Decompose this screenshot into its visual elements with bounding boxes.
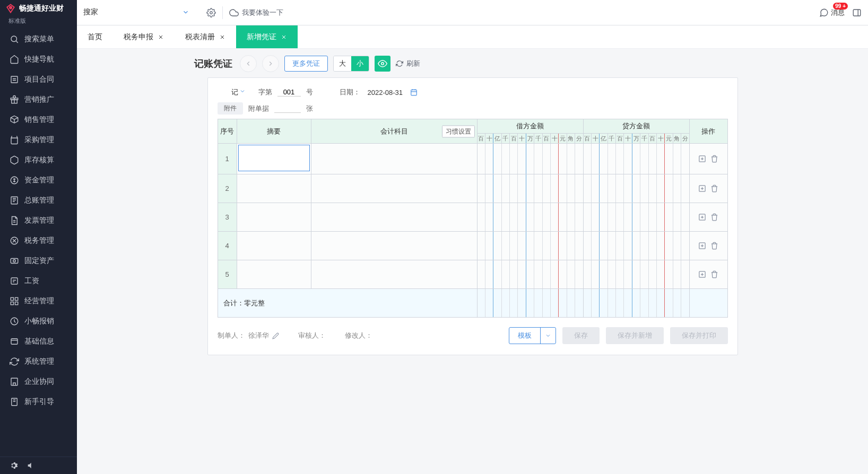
sidebar-item-17[interactable]: 企业协同 (0, 372, 77, 392)
sidebar-item-5[interactable]: 采购管理 (0, 130, 77, 150)
project-icon (10, 75, 19, 84)
add-row-icon[interactable] (698, 185, 706, 192)
debit-cell[interactable] (477, 260, 583, 289)
search-input[interactable] (83, 6, 179, 19)
tab-1[interactable]: 税务申报 (113, 25, 175, 48)
sidebar-item-11[interactable]: 固定资产 (0, 251, 77, 271)
add-row-icon[interactable] (698, 242, 706, 250)
delete-row-icon[interactable] (710, 155, 718, 163)
debit-cell[interactable] (477, 174, 583, 203)
sidebar-item-10[interactable]: 税务管理 (0, 231, 77, 251)
credit-cell[interactable] (583, 144, 689, 174)
credit-cell[interactable] (583, 232, 689, 260)
save-button[interactable]: 保存 (562, 327, 600, 344)
brand-header: 畅捷通好业财 (0, 0, 77, 17)
page-title: 记账凭证 (194, 57, 232, 70)
close-icon[interactable] (219, 34, 225, 40)
brand-name: 畅捷通好业财 (19, 4, 64, 13)
summary-cell[interactable] (237, 203, 311, 232)
credit-cell[interactable] (583, 174, 689, 203)
delete-row-icon[interactable] (710, 213, 718, 221)
add-row-icon[interactable] (698, 213, 706, 221)
close-icon[interactable] (281, 34, 287, 40)
chevron-down-icon[interactable] (182, 8, 189, 16)
date-value[interactable]: 2022-08-31 (366, 89, 405, 96)
size-large-option[interactable]: 大 (334, 56, 351, 71)
svg-rect-8 (11, 259, 18, 264)
subject-cell[interactable] (311, 203, 477, 232)
add-row-icon[interactable] (698, 270, 706, 278)
try-experience-link[interactable]: 我要体验一下 (229, 8, 283, 17)
svg-point-9 (13, 260, 16, 262)
subject-cell[interactable] (311, 232, 477, 260)
tab-0[interactable]: 首页 (77, 25, 113, 48)
subject-cell[interactable] (311, 260, 477, 289)
next-voucher-button[interactable] (262, 55, 279, 72)
more-vouchers-button[interactable]: 更多凭证 (284, 56, 328, 72)
svg-rect-16 (11, 339, 18, 345)
sidebar-item-0[interactable]: 搜索菜单 (0, 29, 77, 49)
template-button-dropdown[interactable] (540, 328, 555, 344)
save-new-button[interactable]: 保存并新增 (606, 327, 664, 344)
asset-icon (10, 256, 19, 266)
voucher-number-input[interactable] (277, 88, 301, 96)
subject-cell[interactable] (311, 144, 477, 174)
side-panel-icon[interactable] (852, 8, 862, 17)
sidebar-item-14[interactable]: 小畅报销 (0, 311, 77, 331)
refresh-button[interactable]: 刷新 (396, 59, 420, 68)
preview-button[interactable] (375, 56, 390, 72)
delete-row-icon[interactable] (710, 185, 718, 192)
subject-cell[interactable] (311, 174, 477, 203)
debit-cell[interactable] (477, 203, 583, 232)
messages-button[interactable]: 消息 99 + (819, 8, 845, 17)
summary-cell[interactable] (237, 174, 311, 203)
topbar-right: 消息 99 + (819, 8, 862, 17)
sheets-input[interactable] (274, 104, 301, 113)
close-icon[interactable] (158, 34, 164, 40)
gear-icon[interactable] (10, 461, 18, 470)
sidebar-item-1[interactable]: 快捷导航 (0, 49, 77, 69)
size-small-option[interactable]: 小 (351, 56, 369, 71)
sidebar-item-18[interactable]: 新手引导 (0, 392, 77, 412)
habit-settings-button[interactable]: 习惯设置 (442, 125, 475, 137)
sidebar-item-label: 营销推广 (24, 95, 54, 104)
attachment-pill[interactable]: 附件 (218, 102, 243, 115)
credit-cell[interactable] (583, 260, 689, 289)
summary-cell[interactable] (237, 260, 311, 289)
template-button-main[interactable]: 模板 (509, 328, 540, 344)
sidebar-item-13[interactable]: 经营管理 (0, 291, 77, 311)
delete-row-icon[interactable] (710, 242, 718, 250)
save-print-button[interactable]: 保存并打印 (670, 327, 728, 344)
sidebar-item-label: 系统管理 (24, 357, 54, 366)
sidebar-item-8[interactable]: 总账管理 (0, 190, 77, 210)
summary-cell[interactable] (237, 232, 311, 260)
sidebar-item-16[interactable]: 系统管理 (0, 352, 77, 372)
volume-icon[interactable] (27, 461, 35, 470)
settings-icon[interactable] (206, 8, 216, 17)
tab-2[interactable]: 税表清册 (175, 25, 236, 48)
voucher-type[interactable]: 记 (227, 86, 253, 98)
sidebar-item-9[interactable]: 发票管理 (0, 210, 77, 231)
voucher-row: 4 (218, 232, 727, 260)
template-button[interactable]: 模板 (509, 327, 556, 344)
calendar-icon[interactable] (410, 89, 418, 96)
logo-icon (5, 3, 16, 14)
report-icon (10, 317, 19, 326)
edit-icon[interactable] (272, 332, 279, 339)
add-row-icon[interactable] (698, 155, 706, 163)
debit-cell[interactable] (477, 144, 583, 174)
sidebar-item-7[interactable]: 资金管理 (0, 170, 77, 190)
tabs-row: 首页税务申报税表清册新增凭证 (77, 25, 868, 49)
summary-input[interactable] (238, 145, 310, 171)
sidebar-item-3[interactable]: 营销推广 (0, 90, 77, 110)
delete-row-icon[interactable] (710, 270, 718, 278)
debit-cell[interactable] (477, 232, 583, 260)
credit-cell[interactable] (583, 203, 689, 232)
prev-voucher-button[interactable] (240, 55, 257, 72)
sidebar-item-12[interactable]: 工资 (0, 271, 77, 291)
sidebar-item-6[interactable]: 库存核算 (0, 150, 77, 170)
sidebar-item-4[interactable]: 销售管理 (0, 110, 77, 130)
sidebar-item-15[interactable]: 基础信息 (0, 331, 77, 352)
sidebar-item-2[interactable]: 项目合同 (0, 69, 77, 90)
tab-3[interactable]: 新增凭证 (236, 25, 298, 48)
